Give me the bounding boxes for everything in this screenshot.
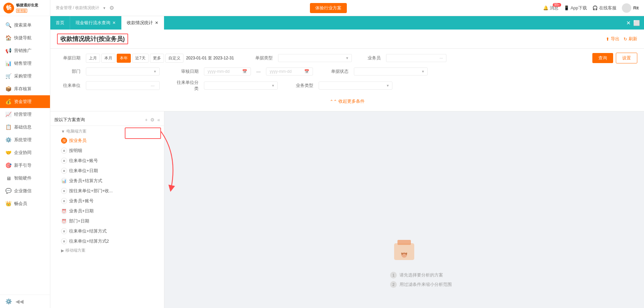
- sidebar-label-guide: 新手引导: [14, 162, 32, 168]
- biztype-select[interactable]: ▾: [319, 82, 392, 90]
- sidebar-item-guide[interactable]: 🎯 新手引导: [0, 159, 50, 172]
- trial-btn[interactable]: 体验行业方案: [310, 3, 347, 13]
- doctype-select[interactable]: ▾: [278, 54, 352, 62]
- sidebar-item-enterprise[interactable]: 🤝 企业协同: [0, 146, 50, 159]
- partner-cat-chevron-icon: ▾: [272, 83, 274, 88]
- sidebar-item-system[interactable]: ⚙️ 系统管理: [0, 134, 50, 146]
- app-logo: 畅 畅捷通好生意 标准版: [0, 0, 50, 16]
- salesman-select[interactable]: ···: [386, 54, 446, 62]
- docstatus-select[interactable]: ▾: [354, 67, 428, 75]
- tabbar: 首页 现金银行流水查询 ✕ 收款情况统计 ✕ ✕ ⬜: [50, 16, 644, 30]
- tree-item-partner-settle-2[interactable]: ≡ 往来单位+结算方式2: [56, 236, 164, 246]
- tree-item-salesman-account[interactable]: ≡ 业务员+账号: [56, 196, 164, 206]
- left-panel-title: 按以下方案查询: [54, 117, 145, 123]
- main-data-area: 1 请先选择要分析的方案 2 用过滤条件来缩小分析范围: [164, 111, 644, 308]
- tree-item-partner-account[interactable]: ≡ 往来单位+账号: [56, 156, 164, 166]
- partner-cat-label: 往来单位分类: [175, 80, 199, 92]
- collapse-icon[interactable]: ◀◀: [15, 298, 23, 305]
- close-window-btn[interactable]: ✕: [626, 20, 631, 26]
- dept-select[interactable]: ▾: [86, 67, 160, 75]
- sidebar-label-sales: 销售管理: [14, 60, 32, 66]
- sidebar-item-purchase[interactable]: 🛒 采购管理: [0, 70, 50, 83]
- tree-item-salesman-settle[interactable]: 📊 业务员+结算方式: [56, 176, 164, 186]
- user-info[interactable]: Rit: [622, 3, 639, 13]
- panel-collapse-btn[interactable]: «: [157, 117, 160, 122]
- breadcrumb-dropdown-icon[interactable]: ▾: [103, 6, 105, 10]
- sidebar-item-hardware[interactable]: 🖥 智能硬件: [0, 172, 50, 185]
- sidebar-item-wechat[interactable]: 💬 企业微信: [0, 185, 50, 197]
- date-btn-custom[interactable]: 自定义: [165, 54, 183, 63]
- add-scheme-btn[interactable]: +: [145, 117, 148, 122]
- sidebar-item-operations[interactable]: 📈 经营管理: [0, 108, 50, 121]
- partner-label: 往来单位: [57, 83, 80, 89]
- query-btn[interactable]: 查询: [592, 53, 613, 63]
- sidebar-label-member: 畅会员: [14, 201, 27, 207]
- page-header: 收款情况统计(按业务员) ⬆ 导出 ↻ 刷新: [50, 30, 644, 49]
- tab-receipt[interactable]: 收款情况统计 ✕: [121, 16, 164, 30]
- export-btn[interactable]: ⬆ 导出: [606, 36, 620, 42]
- money-icon: 💰: [5, 99, 11, 105]
- hardware-icon: 🖥: [5, 175, 11, 181]
- sidebar-item-inventory[interactable]: 📦 库存核算: [0, 83, 50, 95]
- tree-arrow-mobile: ▶: [61, 248, 64, 253]
- date-btn-this-month[interactable]: 本月: [101, 54, 115, 63]
- sidebar: 畅 畅捷通好生意 标准版 🔍 搜索菜单 🏠 快捷导航 📢 营销推广 📊 销售管理…: [0, 0, 50, 308]
- filter-collapse-btn[interactable]: ⌃⌃ 收起更多条件: [57, 96, 637, 107]
- tree-group-pc-label[interactable]: ▼ 电脑端方案: [56, 127, 164, 136]
- tree-item-detail[interactable]: ≡ 按明细: [56, 146, 164, 156]
- filter-row-1: 单据日期 上月 本月 本年 近7天 更多 自定义 2023-01-01 至 20…: [57, 53, 637, 63]
- tree-item-salesman-date[interactable]: ⏰ 业务员+日期: [56, 206, 164, 216]
- sidebar-item-finance[interactable]: 💰 资金管理: [0, 95, 50, 108]
- tree-item-partner-dept-collect[interactable]: ≡ 按往来单位+部门+收...: [56, 186, 164, 196]
- review-date-from[interactable]: yyyy-mm-dd 📅: [204, 67, 251, 75]
- date-btn-7days[interactable]: 近7天: [132, 54, 149, 63]
- topbar-gear-icon[interactable]: ⚙: [109, 5, 114, 11]
- scheme-icon-ps1: ≡: [61, 228, 67, 234]
- partner-select[interactable]: ···: [86, 81, 160, 90]
- date-btn-last-month[interactable]: 上月: [86, 54, 100, 63]
- empty-illustration: [387, 232, 421, 265]
- maximize-btn[interactable]: ⬜: [633, 20, 640, 26]
- scheme-settings-btn[interactable]: ⚙: [150, 117, 155, 122]
- breadcrumb: 资金管理 / 收款情况统计: [56, 5, 99, 11]
- tree-item-partner-settle-1[interactable]: ≡ 往来单位+结算方式: [56, 226, 164, 236]
- tab-close-bank[interactable]: ✕: [112, 20, 116, 25]
- chevron-down-icon: ▾: [346, 56, 348, 60]
- docstatus-chevron-icon: ▾: [422, 69, 424, 74]
- sidebar-item-quicknav[interactable]: 🏠 快捷导航: [0, 32, 50, 44]
- biztype-label: 业务类型: [290, 83, 313, 89]
- sidebar-label-marketing: 营销推广: [14, 48, 32, 54]
- message-btn[interactable]: 🔔 消息 99+: [543, 5, 558, 11]
- review-date-to[interactable]: yyyy-mm-dd 📅: [266, 67, 313, 75]
- settings-footer-icon[interactable]: ⚙️: [5, 298, 12, 305]
- sidebar-item-sales[interactable]: 📊 销售管理: [0, 57, 50, 70]
- partner-cat-select[interactable]: ▾: [204, 82, 278, 90]
- tree-group-mobile-label[interactable]: ▶ 移动端方案: [56, 246, 164, 255]
- tab-bank[interactable]: 现金银行流水查询 ✕: [70, 16, 121, 30]
- tree-item-partner-date[interactable]: ≡ 往来单位+日期: [56, 166, 164, 176]
- crown-icon: 👑: [5, 201, 11, 207]
- page-title: 收款情况统计(按业务员): [57, 34, 128, 44]
- tree-item-dept-date[interactable]: ⏰ 部门+日期: [56, 216, 164, 226]
- sidebar-item-member[interactable]: 👑 畅会员: [0, 197, 50, 210]
- refresh-btn[interactable]: ↻ 刷新: [624, 36, 637, 42]
- sidebar-item-search[interactable]: 🔍 搜索菜单: [0, 19, 50, 32]
- filter-row-3: 往来单位 ··· 往来单位分类 ▾ 业务类型 ▾: [57, 80, 637, 92]
- date-btn-more[interactable]: 更多: [150, 54, 164, 63]
- salesman-label: 业务员: [357, 55, 381, 61]
- online-service-btn[interactable]: 🎧 在线客服: [592, 5, 616, 11]
- tab-home[interactable]: 首页: [50, 16, 70, 30]
- topbar: 资金管理 / 收款情况统计 ▾ ⚙ 体验行业方案 🔔 消息 99+ 📱 App下…: [50, 0, 644, 16]
- sidebar-item-marketing[interactable]: 📢 营销推广: [0, 44, 50, 57]
- tab-close-receipt[interactable]: ✕: [155, 20, 158, 25]
- tree-item-salesman[interactable]: 按 按业务员: [56, 136, 164, 146]
- sidebar-label-finance: 资金管理: [14, 99, 32, 105]
- date-btn-this-year[interactable]: 本年: [117, 54, 131, 63]
- sidebar-label-quicknav: 快捷导航: [14, 35, 32, 41]
- sidebar-label-hardware: 智能硬件: [14, 175, 32, 181]
- app-download-btn[interactable]: 📱 App下载: [564, 5, 587, 11]
- trending-icon: 📈: [5, 111, 11, 117]
- set-btn[interactable]: 设置: [616, 53, 637, 63]
- search-icon: 🔍: [5, 22, 11, 28]
- sidebar-item-basicinfo[interactable]: 📋 基础信息: [0, 121, 50, 134]
